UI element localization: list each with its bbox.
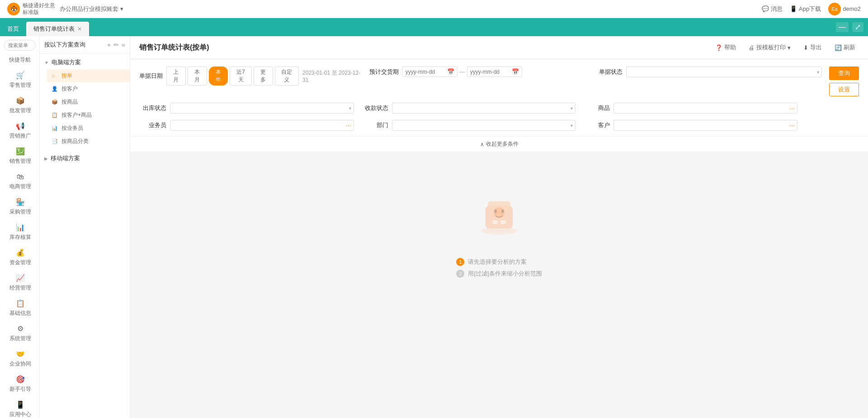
sidebar-item-enterprise[interactable]: 🤝 企业协同 bbox=[0, 346, 39, 371]
enterprise-label: 企业协同 bbox=[9, 360, 31, 368]
scheme-header-icons: + ✏ « bbox=[107, 41, 125, 48]
scheme-panel: 按以下方案查询 + ✏ « ▼ 电脑端方案 ○ 按单 bbox=[40, 36, 130, 418]
customer-input[interactable] bbox=[613, 120, 797, 131]
pc-section-label: 电脑端方案 bbox=[52, 58, 81, 66]
scheme-item-by-order[interactable]: ○ 按单 bbox=[47, 69, 130, 82]
app-title[interactable]: 办公用品行业模拟账套 ▾ bbox=[60, 5, 123, 13]
customer-label: 客户 bbox=[583, 121, 610, 129]
scheme-edit-btn[interactable]: ✏ bbox=[113, 41, 119, 48]
dept-select[interactable] bbox=[392, 120, 576, 131]
refresh-icon: 🔄 bbox=[835, 44, 842, 51]
preset-this-year[interactable]: 本年 bbox=[209, 66, 228, 86]
scheme-section-pc: ▼ 电脑端方案 ○ 按单 👤 按客户 📦 按商品 bbox=[40, 54, 130, 150]
tip-2-num: 2 bbox=[456, 270, 464, 278]
help-btn[interactable]: ❓ 帮助 bbox=[712, 42, 740, 53]
query-button[interactable]: 查询 bbox=[829, 66, 859, 80]
by-category-label: 按商品分类 bbox=[61, 138, 89, 145]
sidebar-item-ecommerce[interactable]: 🛍 电商管理 bbox=[0, 169, 39, 194]
calendar-icon-1[interactable]: 📅 bbox=[447, 68, 454, 75]
sidebar-item-purchase[interactable]: 🏪 采购管理 bbox=[0, 194, 39, 219]
payment-select[interactable] bbox=[392, 103, 576, 114]
basic-label: 基础信息 bbox=[9, 309, 31, 317]
salesperson-input[interactable] bbox=[170, 120, 354, 131]
customer-dots-icon[interactable]: ··· bbox=[789, 122, 795, 129]
search-input[interactable] bbox=[4, 40, 36, 51]
tab-maximize-btn[interactable]: ⤢ bbox=[852, 22, 863, 32]
collapse-more-btn[interactable]: ∧ 收起更多条件 bbox=[130, 136, 868, 152]
tab-home[interactable]: 首页 bbox=[0, 22, 26, 36]
app-download-button[interactable]: 📱 App下载 bbox=[790, 5, 821, 13]
settings-button[interactable]: 设置 bbox=[829, 83, 859, 96]
preset-more[interactable]: 更多 bbox=[254, 66, 273, 86]
title-dropdown-icon: ▾ bbox=[120, 5, 123, 12]
sidebar-item-retail[interactable]: 🛒 零售管理 bbox=[0, 67, 39, 93]
sidebar-item-sales[interactable]: 💹 销售管理 bbox=[0, 143, 39, 169]
refresh-btn[interactable]: 🔄 刷新 bbox=[831, 42, 859, 53]
empty-svg-icon bbox=[472, 188, 526, 242]
expected-date-to[interactable] bbox=[470, 69, 510, 75]
quick-nav[interactable]: 快捷导航 bbox=[0, 54, 39, 66]
template-print-btn[interactable]: 🖨 按模板打印 ▾ bbox=[745, 42, 794, 53]
scheme-add-btn[interactable]: + bbox=[107, 41, 111, 48]
avatar: Ea bbox=[828, 3, 841, 15]
scheme-item-by-category[interactable]: 📑 按商品分类 bbox=[47, 135, 130, 148]
sidebar-item-appcenter[interactable]: 📱 应用中心 bbox=[0, 397, 39, 418]
status-select[interactable] bbox=[626, 66, 822, 77]
content-area: 按以下方案查询 + ✏ « ▼ 电脑端方案 ○ 按单 bbox=[40, 36, 868, 418]
system-icon: ⚙ bbox=[17, 324, 24, 333]
retail-label: 零售管理 bbox=[9, 81, 31, 89]
date-presets: 上月 本月 本年 近7天 更多 自定义 bbox=[166, 66, 299, 86]
message-button[interactable]: 💬 消息 bbox=[762, 5, 783, 13]
avatar-text: Ea bbox=[832, 6, 838, 12]
user-name: demo2 bbox=[843, 5, 861, 12]
sidebar-item-operations[interactable]: 📈 经营管理 bbox=[0, 270, 39, 295]
expected-date-from[interactable] bbox=[406, 69, 445, 75]
scheme-item-by-salesperson[interactable]: 📊 按业务员 bbox=[47, 122, 130, 135]
preset-this-month[interactable]: 本月 bbox=[188, 66, 207, 86]
scheme-item-by-goods[interactable]: 📦 按商品 bbox=[47, 95, 130, 109]
export-btn[interactable]: ⬇ 导出 bbox=[800, 42, 826, 53]
goods-dots-icon[interactable]: ··· bbox=[789, 104, 795, 112]
preset-custom[interactable]: 自定义 bbox=[275, 66, 299, 86]
tip-1-text: 请先选择要分析的方案 bbox=[468, 258, 527, 266]
tab-close-icon[interactable]: ✕ bbox=[77, 26, 82, 32]
sidebar-item-system[interactable]: ⚙ 系统管理 bbox=[0, 321, 39, 346]
sidebar-item-marketing[interactable]: 📢 营销推广 bbox=[0, 118, 39, 143]
scheme-item-by-customer-goods[interactable]: 📋 按客户+商品 bbox=[47, 109, 130, 122]
inventory-label: 库存核算 bbox=[9, 233, 31, 241]
page-actions: ❓ 帮助 🖨 按模板打印 ▾ ⬇ 导出 🔄 刷新 bbox=[712, 42, 859, 53]
sidebar-item-guide[interactable]: 🎯 新手引导 bbox=[0, 371, 39, 397]
ecommerce-icon: 🛍 bbox=[17, 173, 24, 181]
stock-label: 出库状态 bbox=[139, 104, 166, 112]
by-salesperson-label: 按业务员 bbox=[61, 124, 83, 132]
sidebar-item-wholesale[interactable]: 📦 批发管理 bbox=[0, 93, 39, 118]
salesperson-dots-icon[interactable]: ··· bbox=[346, 122, 351, 129]
scheme-item-by-customer[interactable]: 👤 按客户 bbox=[47, 82, 130, 95]
svg-point-4 bbox=[494, 209, 497, 213]
page-header: 销售订单统计表(按单) ❓ 帮助 🖨 按模板打印 ▾ ⬇ 导出 bbox=[130, 36, 868, 59]
pc-section-title[interactable]: ▼ 电脑端方案 bbox=[40, 56, 130, 69]
logo-line2: 标准版 bbox=[23, 9, 55, 15]
by-category-icon: 📑 bbox=[52, 138, 59, 144]
wholesale-icon: 📦 bbox=[16, 96, 25, 105]
svg-point-5 bbox=[501, 209, 504, 213]
mobile-section-title[interactable]: ▶ 移动端方案 bbox=[40, 152, 130, 165]
sidebar-item-basic[interactable]: 📋 基础信息 bbox=[0, 295, 39, 321]
goods-input[interactable] bbox=[613, 103, 797, 114]
purchase-icon: 🏪 bbox=[16, 198, 25, 206]
preset-last-month[interactable]: 上月 bbox=[166, 66, 186, 86]
tab-minimize-btn[interactable]: — bbox=[836, 22, 849, 32]
sidebar-item-inventory[interactable]: 📊 库存核算 bbox=[0, 219, 39, 245]
svg-rect-6 bbox=[492, 220, 498, 224]
scheme-collapse-btn[interactable]: « bbox=[122, 41, 125, 48]
help-label: 帮助 bbox=[724, 43, 736, 52]
sidebar-item-finance[interactable]: 💰 资金管理 bbox=[0, 245, 39, 270]
user-menu[interactable]: Ea demo2 bbox=[828, 3, 861, 15]
calendar-icon-2[interactable]: 📅 bbox=[512, 68, 519, 75]
by-order-label: 按单 bbox=[61, 72, 72, 80]
preset-7-days[interactable]: 近7天 bbox=[230, 66, 252, 86]
empty-tip-2: 2 用[过滤]条件来缩小分析范围 bbox=[456, 270, 542, 278]
stock-select[interactable] bbox=[170, 103, 354, 114]
logo-area[interactable]: 🐯 畅捷通好生意 标准版 bbox=[7, 2, 55, 15]
tab-sales-order[interactable]: 销售订单统计表 ✕ bbox=[26, 22, 89, 36]
